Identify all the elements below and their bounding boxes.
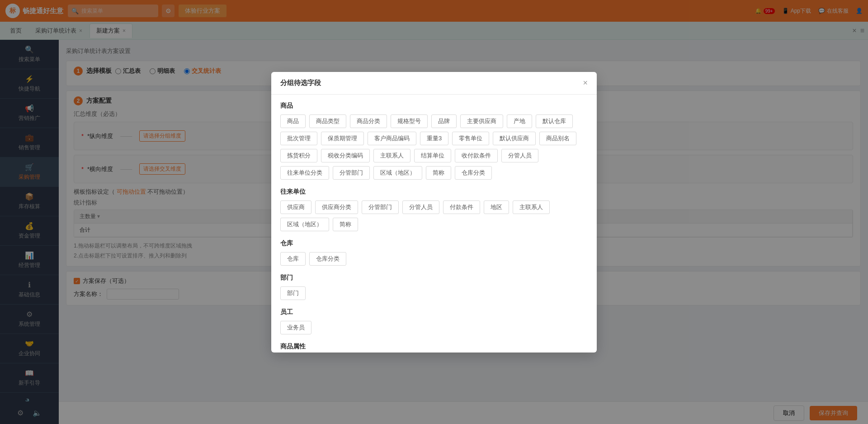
field-tag-1-3[interactable]: 分管人员 bbox=[402, 200, 439, 214]
field-tag-0-6[interactable]: 产地 bbox=[507, 114, 532, 128]
field-group-2: 仓库仓库仓库分类 bbox=[280, 239, 588, 266]
field-tag-1-4[interactable]: 付款条件 bbox=[443, 200, 480, 214]
field-tag-0-0[interactable]: 商品 bbox=[280, 114, 306, 128]
field-group-title-4: 员工 bbox=[280, 308, 588, 316]
field-tag-0-4[interactable]: 品牌 bbox=[431, 114, 457, 128]
field-tag-0-22[interactable]: 分管部门 bbox=[333, 166, 370, 180]
field-group-title-2: 仓库 bbox=[280, 239, 588, 248]
field-tag-0-17[interactable]: 主联系人 bbox=[373, 149, 410, 162]
modal-header: 分组待选字段 × bbox=[271, 72, 597, 95]
field-tag-0-9[interactable]: 保质期管理 bbox=[321, 132, 364, 145]
field-tag-0-15[interactable]: 拣货积分 bbox=[280, 149, 317, 162]
modal-body: 商品商品商品类型商品分类规格型号品牌主要供应商产地默认仓库批次管理保质期管理客户… bbox=[271, 95, 597, 353]
field-tag-0-12[interactable]: 零售单位 bbox=[452, 132, 489, 145]
field-tag-1-8[interactable]: 简称 bbox=[333, 218, 358, 231]
field-tag-0-19[interactable]: 收付款条件 bbox=[455, 149, 498, 162]
field-tags-3: 部门 bbox=[280, 286, 588, 300]
field-tag-0-16[interactable]: 税收分类编码 bbox=[321, 149, 370, 162]
field-tag-1-0[interactable]: 供应商 bbox=[280, 200, 311, 214]
field-tag-1-5[interactable]: 地区 bbox=[484, 200, 509, 214]
field-group-title-0: 商品 bbox=[280, 102, 588, 110]
field-tag-0-18[interactable]: 结算单位 bbox=[414, 149, 451, 162]
modal-title: 分组待选字段 bbox=[280, 79, 321, 87]
field-tags-2: 仓库仓库分类 bbox=[280, 252, 588, 266]
field-group-4: 员工业务员 bbox=[280, 308, 588, 334]
field-tag-0-2[interactable]: 商品分类 bbox=[350, 114, 387, 128]
field-group-1: 往来单位供应商供应商分类分管部门分管人员付款条件地区主联系人区域（地区）简称 bbox=[280, 188, 588, 231]
modal-overlay: 分组待选字段 × 商品商品商品类型商品分类规格型号品牌主要供应商产地默认仓库批次… bbox=[0, 0, 868, 424]
field-tag-0-8[interactable]: 批次管理 bbox=[280, 132, 317, 145]
field-tag-0-1[interactable]: 商品类型 bbox=[309, 114, 346, 128]
field-tag-1-1[interactable]: 供应商分类 bbox=[315, 200, 358, 214]
field-tag-1-2[interactable]: 分管部门 bbox=[362, 200, 399, 214]
field-tag-0-14[interactable]: 商品别名 bbox=[539, 132, 576, 145]
field-tag-0-13[interactable]: 默认供应商 bbox=[493, 132, 536, 145]
field-tag-3-0[interactable]: 部门 bbox=[280, 286, 306, 300]
field-tag-2-1[interactable]: 仓库分类 bbox=[309, 252, 346, 266]
field-tag-2-0[interactable]: 仓库 bbox=[280, 252, 306, 266]
field-tag-0-5[interactable]: 主要供应商 bbox=[460, 114, 503, 128]
field-group-0: 商品商品商品类型商品分类规格型号品牌主要供应商产地默认仓库批次管理保质期管理客户… bbox=[280, 102, 588, 180]
field-group-3: 部门部门 bbox=[280, 274, 588, 300]
field-tag-0-7[interactable]: 默认仓库 bbox=[536, 114, 573, 128]
field-tag-0-24[interactable]: 简称 bbox=[426, 166, 451, 180]
field-tag-1-7[interactable]: 区域（地区） bbox=[280, 218, 329, 231]
field-tag-0-10[interactable]: 客户商品编码 bbox=[368, 132, 416, 145]
field-group-title-5: 商品属性 bbox=[280, 343, 588, 351]
field-tag-0-25[interactable]: 仓库分类 bbox=[455, 166, 492, 180]
field-group-title-3: 部门 bbox=[280, 274, 588, 282]
field-tag-0-3[interactable]: 规格型号 bbox=[391, 114, 428, 128]
modal: 分组待选字段 × 商品商品商品类型商品分类规格型号品牌主要供应商产地默认仓库批次… bbox=[271, 72, 597, 353]
field-group-5: 商品属性属性颜色多规格尺码鞋码1 bbox=[280, 343, 588, 353]
field-tag-0-23[interactable]: 区域（地区） bbox=[373, 166, 422, 180]
field-tags-1: 供应商供应商分类分管部门分管人员付款条件地区主联系人区域（地区）简称 bbox=[280, 200, 588, 231]
modal-close-button[interactable]: × bbox=[583, 78, 588, 88]
field-tag-1-6[interactable]: 主联系人 bbox=[513, 200, 550, 214]
field-tag-0-11[interactable]: 重量3 bbox=[420, 132, 448, 145]
field-tag-0-20[interactable]: 分管人员 bbox=[501, 149, 538, 162]
field-tags-0: 商品商品类型商品分类规格型号品牌主要供应商产地默认仓库批次管理保质期管理客户商品… bbox=[280, 114, 588, 180]
field-tags-4: 业务员 bbox=[280, 321, 588, 334]
field-tag-0-21[interactable]: 往来单位分类 bbox=[280, 166, 329, 180]
field-tag-4-0[interactable]: 业务员 bbox=[280, 321, 311, 334]
field-group-title-1: 往来单位 bbox=[280, 188, 588, 196]
